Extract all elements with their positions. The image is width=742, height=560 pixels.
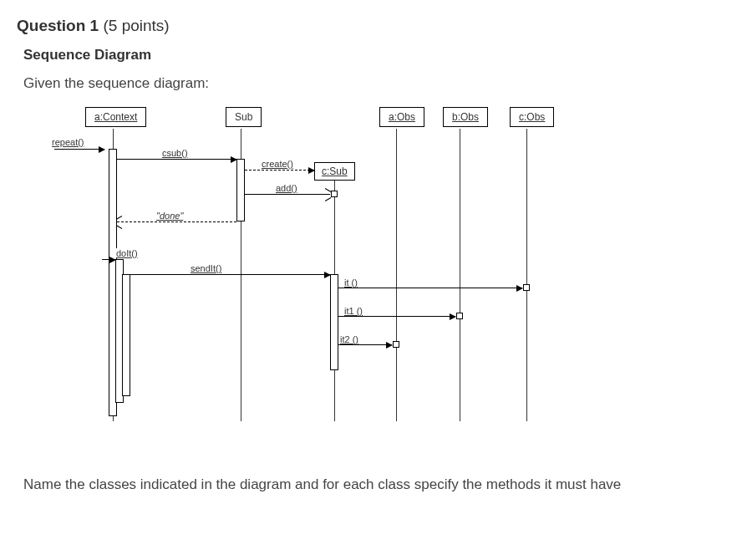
label-it2: it2 () (338, 334, 360, 344)
participant-context: a:Context (85, 107, 146, 127)
activation-csub (330, 274, 338, 370)
label-it: it () (343, 277, 359, 288)
label-sendit: sendIt() (189, 263, 223, 273)
lifeline-bobs (460, 129, 460, 421)
msg-it1: it1 () (338, 316, 455, 317)
participant-cobs: c:Obs (510, 107, 554, 127)
msg-repeat: repeat() (54, 149, 104, 150)
participant-bobs: b:Obs (443, 107, 488, 127)
msg-create: create() (245, 170, 314, 171)
question-header: Question 1 (5 points) (17, 17, 725, 35)
msg-it2: it2 () (338, 344, 392, 345)
participant-aobs: a:Obs (379, 107, 424, 127)
intro-text: Given the sequence diagram: (23, 75, 725, 92)
msg-doit: doIt() (102, 259, 115, 260)
label-done: "done" (155, 211, 185, 221)
msg-sendit: sendIt() (130, 274, 330, 275)
term-add (331, 191, 338, 197)
activation-context-inner2 (122, 274, 130, 396)
question-prompt: Name the classes indicated in the diagra… (23, 475, 692, 495)
activation-sub (236, 159, 245, 221)
msg-it: it () (338, 288, 522, 288)
label-repeat: repeat() (50, 137, 86, 147)
term-it2 (393, 341, 399, 348)
label-add: add() (274, 183, 299, 193)
question-number: Question 1 (17, 17, 99, 34)
term-it1 (456, 313, 463, 319)
lifeline-cobs (526, 129, 527, 421)
lifeline-aobs (396, 129, 397, 421)
msg-add: add() (245, 194, 330, 195)
label-csub: csub() (160, 148, 190, 158)
label-create: create() (260, 159, 295, 169)
term-it (523, 284, 530, 291)
participant-sub: Sub (226, 107, 262, 127)
label-doit: doIt() (114, 248, 140, 258)
msg-done: "done" (117, 221, 236, 222)
label-it1: it1 () (343, 306, 364, 316)
section-title: Sequence Diagram (23, 47, 725, 64)
created-csub: c:Sub (314, 162, 355, 181)
question-points: (5 points) (103, 17, 169, 34)
msg-csub: csub() (117, 159, 236, 160)
sequence-diagram: a:Context Sub a:Obs b:Obs c:Obs repeat()… (50, 107, 719, 441)
